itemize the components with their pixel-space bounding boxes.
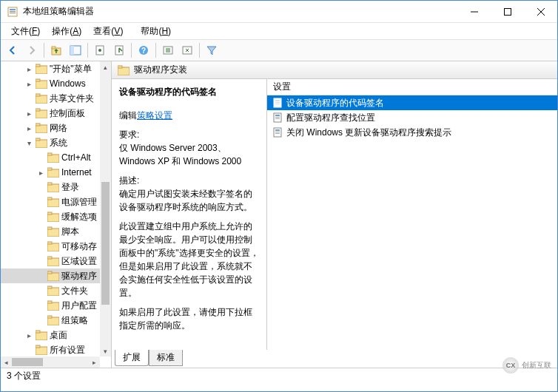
list-row[interactable]: 关闭 Windows 更新设备驱动程序搜索提示 <box>267 125 557 140</box>
tree-item-label: 电源管理 <box>61 196 97 209</box>
tabs-footer: 扩展 标准 <box>112 350 557 368</box>
tree-item[interactable]: 用户配置 <box>1 298 100 313</box>
svg-rect-2 <box>10 11 16 12</box>
svg-rect-55 <box>36 332 47 340</box>
menu-action[interactable]: 操作(A) <box>46 24 87 39</box>
action-button-1[interactable] <box>159 41 177 59</box>
list-body[interactable]: 设备驱动程序的代码签名配置驱动程序查找位置关闭 Windows 更新设备驱动程序… <box>267 95 557 350</box>
svg-rect-33 <box>47 169 59 178</box>
separator <box>44 43 44 58</box>
menu-help[interactable]: 帮助(H) <box>135 24 177 39</box>
tree-item[interactable]: Ctrl+Alt <box>1 150 100 165</box>
svg-rect-34 <box>47 168 52 170</box>
properties-button[interactable] <box>91 41 109 59</box>
expand-icon[interactable]: ▸ <box>24 80 33 88</box>
tree-item[interactable]: 所有设置 <box>1 342 100 356</box>
tree-item[interactable]: ▸"开始"菜单 <box>1 61 100 76</box>
tree-item[interactable]: ▸控制面板 <box>1 106 100 121</box>
list-header[interactable]: 设置 <box>267 79 557 95</box>
export-button[interactable] <box>110 41 128 59</box>
separator <box>199 43 200 58</box>
expand-icon[interactable]: ▸ <box>24 65 33 73</box>
svg-rect-59 <box>118 67 130 75</box>
requirements-label: 要求: <box>119 128 259 141</box>
tree-item-label: 文件夹 <box>61 285 88 297</box>
svg-rect-30 <box>36 138 40 141</box>
description-p2: 此设置建立组中用户系统上允许的最少安全响应。用户可以使用控制面板中的"系统"选择… <box>119 220 259 300</box>
edit-policy-link[interactable]: 策略设置 <box>137 110 172 121</box>
list-row[interactable]: 设备驱动程序的代码签名 <box>267 95 557 110</box>
requirements-text: 仅 Windows Server 2003、Windows XP 和 Windo… <box>119 141 259 168</box>
tab-standard[interactable]: 标准 <box>149 350 183 366</box>
list-row[interactable]: 配置驱动程序查找位置 <box>267 110 557 125</box>
close-button[interactable] <box>524 1 557 22</box>
tab-extended[interactable]: 扩展 <box>115 350 149 366</box>
tree-item-label: 共享文件夹 <box>50 92 94 105</box>
tree-item[interactable]: 登录 <box>1 180 100 195</box>
detail-header: 驱动程序安装 <box>112 61 557 79</box>
svg-rect-5 <box>504 8 511 15</box>
tree-item[interactable]: ▸Internet <box>1 165 100 180</box>
tree-item[interactable]: 脚本 <box>1 224 100 239</box>
status-text: 3 个设置 <box>7 370 41 382</box>
tree-item[interactable]: 文件夹 <box>1 283 100 298</box>
svg-rect-63 <box>275 102 280 103</box>
expand-icon[interactable]: ▸ <box>36 169 45 177</box>
detail-body: 设备驱动程序的代码签名 编辑策略设置 要求: 仅 Windows Server … <box>112 79 557 350</box>
svg-rect-35 <box>47 184 59 192</box>
menu-view[interactable]: 查看(V) <box>87 24 129 39</box>
tree-item[interactable]: 驱动程序 <box>1 268 100 283</box>
forward-button[interactable] <box>23 41 41 59</box>
tree-view[interactable]: ▸"开始"菜单▸Windows共享文件夹▸控制面板▸网络▾系统Ctrl+Alt▸… <box>1 61 100 356</box>
tree-item[interactable]: 电源管理 <box>1 195 100 209</box>
client-area: ▸"开始"菜单▸Windows共享文件夹▸控制面板▸网络▾系统Ctrl+Alt▸… <box>1 61 557 368</box>
expand-icon[interactable]: ▾ <box>24 139 33 147</box>
scroll-up-button[interactable]: ▴ <box>100 61 111 72</box>
tree-item[interactable]: ▸Windows <box>1 76 100 91</box>
menu-file[interactable]: 文件(F) <box>5 24 46 39</box>
svg-rect-50 <box>47 286 52 288</box>
svg-rect-64 <box>275 104 280 104</box>
app-icon <box>7 6 19 18</box>
list-column: 设置 设备驱动程序的代码签名配置驱动程序查找位置关闭 Windows 更新设备驱… <box>267 79 557 350</box>
expand-icon[interactable]: ▸ <box>24 109 33 118</box>
svg-rect-54 <box>47 316 52 318</box>
maximize-button[interactable] <box>491 1 524 22</box>
tree-item-label: 组策略 <box>61 314 88 327</box>
tree-item[interactable]: ▸网络 <box>1 121 100 135</box>
tree-item[interactable]: 区域设置 <box>1 254 100 268</box>
separator <box>155 43 156 58</box>
svg-rect-60 <box>118 66 122 68</box>
help-button[interactable]: ? <box>135 41 152 59</box>
tree-vertical-scrollbar[interactable]: ▴ ▾ <box>100 61 111 356</box>
tree-item[interactable]: 缓解选项 <box>1 209 100 224</box>
svg-rect-71 <box>275 132 280 132</box>
scroll-left-button[interactable]: ◂ <box>1 356 12 368</box>
show-hide-tree-button[interactable] <box>67 41 84 59</box>
expand-icon[interactable]: ▸ <box>24 331 33 339</box>
svg-rect-57 <box>36 347 47 355</box>
setting-title: 设备驱动程序的代码签名 <box>119 85 259 98</box>
minimize-button[interactable] <box>457 1 491 22</box>
tree-item[interactable]: 共享文件夹 <box>1 91 100 106</box>
tree-item-label: 脚本 <box>61 226 79 238</box>
action-button-2[interactable] <box>178 41 196 59</box>
expand-icon[interactable]: ▸ <box>24 124 33 132</box>
up-button[interactable] <box>47 41 65 59</box>
svg-rect-40 <box>47 212 52 214</box>
tree-item[interactable]: 可移动存 <box>1 239 100 254</box>
tree-horizontal-scrollbar[interactable]: ◂ ▸ <box>1 356 100 368</box>
tree-item[interactable]: ▾系统 <box>1 135 100 150</box>
svg-rect-43 <box>47 243 59 251</box>
scroll-down-button[interactable]: ▾ <box>100 345 111 356</box>
svg-rect-38 <box>47 197 52 200</box>
scroll-right-button[interactable]: ▸ <box>89 356 100 368</box>
svg-rect-47 <box>47 273 59 281</box>
tree-item-label: "开始"菜单 <box>50 63 92 75</box>
filter-button[interactable] <box>203 41 221 59</box>
tree-item-label: 可移动存 <box>61 240 97 253</box>
tree-item[interactable]: ▸桌面 <box>1 328 100 342</box>
svg-rect-42 <box>47 227 52 229</box>
back-button[interactable] <box>4 41 21 59</box>
tree-item[interactable]: 组策略 <box>1 313 100 328</box>
